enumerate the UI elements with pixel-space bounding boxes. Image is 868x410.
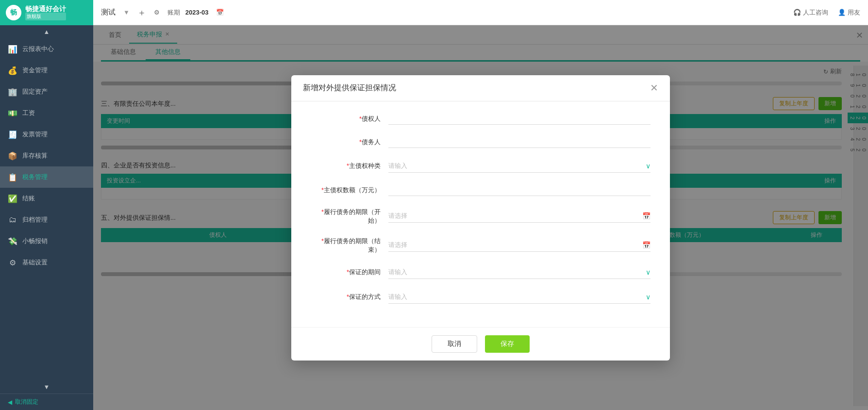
- guarantee-method-select[interactable]: 请输入 ∨: [388, 291, 651, 304]
- company-name: 测试: [101, 8, 116, 17]
- sidebar-item-xiaochang[interactable]: 💸 小畅报销: [0, 230, 93, 252]
- sidebar-item-salary[interactable]: 💵 工资: [0, 102, 93, 124]
- close-accounts-icon: ✅: [8, 194, 17, 203]
- creditor-label: *债权人: [311, 115, 388, 123]
- guarantee-method-placeholder: 请输入: [388, 293, 646, 301]
- logo-icon: 畅: [6, 5, 21, 20]
- creditor-input[interactable]: [388, 113, 651, 125]
- form-row-guarantee-period: *保证的期间 请输入 ∨: [311, 266, 651, 279]
- inventory-icon: 📦: [8, 151, 17, 161]
- sidebar-item-close-accounts[interactable]: ✅ 结账: [0, 188, 93, 209]
- form-row-guarantee-method: *保证的方式 请输入 ∨: [311, 291, 651, 304]
- period-start-cal-icon: 📅: [642, 212, 651, 220]
- form-row-debt-amount: *主债权数额（万元）: [311, 184, 651, 196]
- guarantee-period-label: *保证的期间: [311, 268, 388, 277]
- tax-icon: 📋: [8, 172, 17, 182]
- debtor-label: *债务人: [311, 138, 388, 147]
- debt-type-label: *主债权种类: [311, 162, 388, 170]
- period-end-placeholder: 请选择: [388, 241, 642, 249]
- sidebar-item-cloud-reports[interactable]: 📊 云报表中心: [0, 38, 93, 60]
- cancel-fixed-icon: ◀: [8, 399, 12, 406]
- logo-badge: 旗舰版: [25, 13, 66, 20]
- user-icon: 👤: [838, 9, 846, 16]
- user-btn[interactable]: 👤 用友: [838, 8, 860, 17]
- fixed-assets-icon: 🏢: [8, 87, 17, 97]
- company-chevron-icon[interactable]: ▼: [123, 9, 130, 16]
- add-icon[interactable]: ＋: [137, 7, 146, 18]
- sidebar-item-basic-settings[interactable]: ⚙ 基础设置: [0, 252, 93, 273]
- sidebar-item-inventory[interactable]: 📦 库存核算: [0, 145, 93, 166]
- form-row-creditor: *债权人: [311, 113, 651, 125]
- modal-body: *债权人 *债务人: [291, 101, 670, 327]
- calendar-icon[interactable]: 📅: [216, 9, 224, 16]
- sidebar-scroll-up[interactable]: ▲: [0, 25, 93, 38]
- basic-settings-icon: ⚙: [8, 258, 17, 267]
- modal-overlay: 新增对外提供保证担保情况 ✕ *债权人: [93, 25, 868, 410]
- guarantee-period-select[interactable]: 请输入 ∨: [388, 266, 651, 279]
- sidebar-item-label: 云报表中心: [22, 45, 54, 53]
- sidebar-item-invoice[interactable]: 🧾 发票管理: [0, 124, 93, 145]
- content-area: 首页 税务申报 ✕ 基础信息 其他信息: [93, 25, 868, 410]
- sidebar-item-fund-mgmt[interactable]: 💰 资金管理: [0, 60, 93, 81]
- debt-amount-input[interactable]: [388, 184, 651, 196]
- sidebar-scroll-down[interactable]: ▼: [0, 380, 93, 394]
- sidebar-footer-cancel-fixed[interactable]: ◀ 取消固定: [0, 394, 93, 410]
- sidebar-nav: 📊 云报表中心 💰 资金管理 🏢 固定资产 💵 工资 🧾 发票管理 📦: [0, 38, 93, 380]
- modal-close-btn[interactable]: ✕: [650, 83, 658, 93]
- modal-title: 新增对外提供保证担保情况: [303, 83, 396, 93]
- guarantee-method-arrow-icon: ∨: [646, 293, 651, 301]
- main-area: 测试 ▼ ＋ ⚙ 账期 2023-03 📅 🎧 人工咨询 👤 用友: [93, 0, 868, 410]
- topbar-right: 🎧 人工咨询 👤 用友: [793, 8, 860, 17]
- sidebar-item-tax[interactable]: 📋 税务管理: [0, 166, 93, 188]
- save-button[interactable]: 保存: [485, 335, 530, 353]
- period-end-date[interactable]: 请选择 📅: [388, 239, 651, 252]
- debt-type-select[interactable]: 请输入 ∨: [388, 160, 651, 173]
- salary-icon: 💵: [8, 108, 17, 118]
- guarantee-period-placeholder: 请输入: [388, 268, 646, 277]
- archive-icon: 🗂: [8, 215, 17, 225]
- period-start-placeholder: 请选择: [388, 212, 642, 220]
- fund-mgmt-icon: 💰: [8, 66, 17, 75]
- period-label: 账期 2023-03: [167, 8, 209, 17]
- support-btn[interactable]: 🎧 人工咨询: [793, 8, 828, 17]
- period-start-date[interactable]: 请选择 📅: [388, 210, 651, 223]
- headset-icon: 🎧: [793, 9, 801, 16]
- cloud-reports-icon: 📊: [8, 44, 17, 54]
- gear-icon[interactable]: ⚙: [154, 9, 160, 16]
- form-row-period-start: *履行债务的期限（开始） 请选择 📅: [311, 208, 651, 225]
- debt-type-placeholder: 请输入: [388, 162, 646, 170]
- invoice-icon: 🧾: [8, 130, 17, 139]
- guarantee-period-arrow-icon: ∨: [646, 268, 651, 276]
- form-row-debtor: *债务人: [311, 136, 651, 148]
- debt-type-arrow-icon: ∨: [646, 162, 651, 170]
- sidebar-item-archive[interactable]: 🗂 归档管理: [0, 209, 93, 230]
- guarantee-method-label: *保证的方式: [311, 293, 388, 301]
- form-row-period-end: *履行债务的期限（结束） 请选择 📅: [311, 237, 651, 254]
- period-end-cal-icon: 📅: [642, 241, 651, 249]
- modal-footer: 取消 保存: [291, 327, 670, 361]
- sidebar-logo: 畅 畅捷通好会计 旗舰版: [0, 0, 93, 25]
- sidebar-item-fixed-assets[interactable]: 🏢 固定资产: [0, 81, 93, 102]
- form-row-debt-type: *主债权种类 请输入 ∨: [311, 160, 651, 173]
- topbar: 测试 ▼ ＋ ⚙ 账期 2023-03 📅 🎧 人工咨询 👤 用友: [93, 0, 868, 25]
- sidebar: 畅 畅捷通好会计 旗舰版 ▲ 📊 云报表中心 💰 资金管理 🏢 固定资产: [0, 0, 93, 410]
- period-start-label: *履行债务的期限（开始）: [311, 208, 388, 225]
- modal-header: 新增对外提供保证担保情况 ✕: [291, 75, 670, 101]
- debtor-input[interactable]: [388, 136, 651, 148]
- period-end-label: *履行债务的期限（结束）: [311, 237, 388, 254]
- logo-title: 畅捷通好会计: [25, 5, 66, 13]
- xiaochang-icon: 💸: [8, 236, 17, 246]
- cancel-button[interactable]: 取消: [432, 335, 477, 353]
- modal-dialog: 新增对外提供保证担保情况 ✕ *债权人: [291, 75, 670, 361]
- debt-amount-label: *主债权数额（万元）: [311, 186, 388, 195]
